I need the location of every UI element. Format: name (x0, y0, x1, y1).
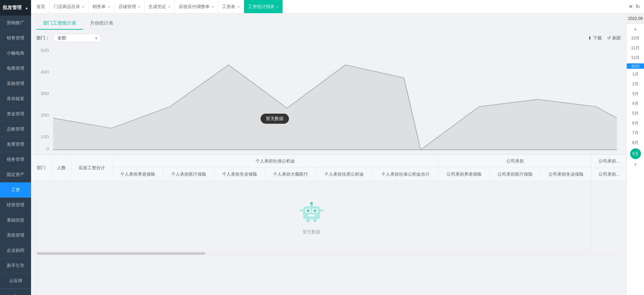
empty-text: 暂无数据 (303, 229, 320, 235)
tab-close-icon[interactable]: × (237, 5, 239, 9)
h-scrollbar-thumb[interactable] (36, 252, 205, 255)
content-wrapper: 部门工资统计表月份统计表 部门： 全部 ⬇ 下载 ↺ 刷 (31, 13, 644, 295)
timeline-month-4月[interactable]: 4月 (627, 99, 644, 109)
empty-state: 暂无数据 (35, 184, 587, 248)
tab-生成凭证[interactable]: 生成凭证× (144, 0, 175, 13)
sidebar-item-销售管理[interactable]: 销售管理 (0, 31, 31, 46)
svg-text:500: 500 (41, 48, 49, 53)
tabs-container: 首页门店商品目录×销售单×店铺管理×生成凭证×应收应付调整单×工资表×工资统计报… (32, 0, 283, 13)
settings-icon: ⚙ (14, 294, 18, 295)
download-button[interactable]: ⬇ 下载 (588, 35, 602, 41)
timeline-panel: 2022.09 ▲ 10月11月12月20221月2月3月4月5月6月7月8月9… (626, 13, 644, 295)
timeline-month-9月[interactable]: 9月 (630, 148, 641, 159)
timeline-up-arrow[interactable]: ▲ (633, 24, 638, 33)
timeline-items-container: 10月11月12月20221月2月3月4月5月6月7月8月9月 (627, 33, 644, 160)
th-personal-housing: 个人承担住房公积金 (316, 168, 372, 181)
refresh-tab-icon[interactable]: ↻ (636, 3, 640, 10)
main-content: 部门工资统计表月份统计表 部门： 全部 ⬇ 下载 ↺ 刷 (31, 13, 626, 295)
tab-工资统计报表[interactable]: 工资统计报表× (244, 0, 283, 13)
tab-close-icon[interactable]: × (276, 5, 278, 9)
timeline-month-6月[interactable]: 6月 (627, 118, 644, 128)
sidebar-item-库存核算[interactable]: 库存核算 (0, 91, 31, 107)
sidebar-item-经营管理[interactable]: 经营管理 (0, 198, 31, 213)
tab-close-icon[interactable]: × (212, 5, 214, 9)
tab-close-icon[interactable]: × (108, 5, 110, 9)
toolbar-right: ⬇ 下载 ↺ 刷新 (588, 35, 621, 41)
svg-rect-18 (308, 214, 315, 216)
sidebar-item-云应用[interactable]: 云应用 (0, 273, 31, 289)
sidebar-item-企业协同[interactable]: 企业协同 (0, 243, 31, 258)
timeline-month-7月[interactable]: 7月 (627, 128, 644, 138)
sub-tab-月份统计表[interactable]: 月份统计表 (83, 18, 120, 30)
sidebar-header[interactable]: 批发管理 ▲ (0, 0, 31, 16)
svg-rect-22 (320, 210, 323, 211)
timeline-month-10月[interactable]: 10月 (627, 33, 644, 43)
th-personal-total: 个人承担社保公积金合计 (372, 168, 439, 181)
sidebar-item-发票管理[interactable]: 发票管理 (0, 137, 31, 152)
sidebar-item-资金管理[interactable]: 资金管理 (0, 107, 31, 122)
th-total-salary: 应发工资合计 (72, 155, 112, 181)
timeline-month-1月[interactable]: 1月 (627, 69, 644, 79)
tab-close-icon[interactable]: × (138, 5, 140, 9)
sidebar-collapse-icon: ▲ (25, 6, 28, 10)
tab-close-icon[interactable]: × (168, 5, 170, 9)
dept-label: 部门： (36, 35, 50, 41)
sidebar-item-系统管理[interactable]: 系统管理 (0, 228, 31, 243)
timeline-month-8月[interactable]: 8月 (627, 138, 644, 148)
refresh-label: 刷新 (612, 35, 621, 41)
tab-销售单[interactable]: 销售单× (88, 0, 114, 13)
svg-point-20 (310, 202, 313, 205)
sidebar-item-总账管理[interactable]: 总账管理 (0, 122, 31, 137)
timeline-year-2022: 2022 (627, 63, 644, 69)
sidebar-item-新手引导[interactable]: 新手引导 (0, 258, 31, 273)
sidebar-title: 批发管理 (3, 5, 22, 11)
svg-text:300: 300 (41, 91, 49, 96)
sidebar-item-固定资产[interactable]: 固定资产 (0, 167, 31, 182)
tab-close-icon[interactable]: × (82, 5, 84, 9)
timeline-down-arrow[interactable]: ▼ (633, 160, 638, 169)
th-company-more: 公司承担... (592, 168, 626, 181)
svg-rect-21 (300, 210, 303, 211)
table-container[interactable]: 部门 人数 应发工资合计 个人承担社保公积金 公司承担 公司承担... 个人承担… (31, 154, 626, 295)
timeline-month-11月[interactable]: 11月 (627, 43, 644, 53)
sidebar-item-小畅电商[interactable]: 小畅电商 (0, 46, 31, 61)
svg-rect-24 (313, 219, 317, 222)
sidebar-item-采购管理[interactable]: 采购管理 (0, 76, 31, 91)
sidebar: 批发管理 ▲ 营销推广销售管理小畅电商电商管理采购管理库存核算资金管理总账管理发… (0, 0, 31, 295)
th-company-medical: 公司承担医疗保险 (489, 168, 540, 181)
sidebar-item-税务管理[interactable]: 税务管理 (0, 152, 31, 167)
dept-select[interactable]: 全部 (54, 34, 101, 42)
timeline-month-3月[interactable]: 3月 (627, 89, 644, 99)
sidebar-item-基础信息[interactable]: 基础信息 (0, 213, 31, 228)
timeline-month-2月[interactable]: 2月 (627, 79, 644, 89)
th-company-insurance-group: 公司承担 (438, 155, 591, 168)
tabs-bar-end: ✕ ↻ (626, 3, 643, 10)
timeline-month-5月[interactable]: 5月 (627, 109, 644, 118)
th-extra: 公司承担... (592, 155, 626, 168)
refresh-button[interactable]: ↺ 刷新 (607, 35, 621, 41)
tab-首页[interactable]: 首页 (32, 0, 50, 13)
h-scrollbar[interactable] (36, 252, 621, 255)
data-table: 部门 人数 应发工资合计 个人承担社保公积金 公司承担 公司承担... 个人承担… (31, 154, 626, 252)
sidebar-item-工资[interactable]: 工资 (0, 182, 31, 198)
download-icon: ⬇ (588, 35, 592, 40)
sub-tabs-container: 部门工资统计表月份统计表 (36, 18, 120, 29)
close-all-icon[interactable]: ✕ (628, 3, 633, 10)
svg-text:400: 400 (41, 69, 49, 75)
tab-店铺管理[interactable]: 店铺管理× (114, 0, 144, 13)
sub-tab-部门工资统计表[interactable]: 部门工资统计表 (36, 18, 83, 30)
svg-point-16 (307, 209, 310, 212)
sidebar-settings-button[interactable]: ⚙ (0, 289, 31, 295)
dept-select-wrapper: 全部 (54, 34, 101, 42)
main-area: 首页门店商品目录×销售单×店铺管理×生成凭证×应收应付调整单×工资表×工资统计报… (31, 0, 644, 295)
tab-工资表[interactable]: 工资表× (218, 0, 244, 13)
th-personal-pension: 个人承担养老保险 (112, 168, 163, 181)
tab-应收应付调整单[interactable]: 应收应付调整单× (175, 0, 218, 13)
svg-marker-12 (53, 65, 617, 150)
timeline-month-12月[interactable]: 12月 (627, 53, 644, 63)
tab-门店商品目录[interactable]: 门店商品目录× (50, 0, 88, 13)
timeline-top-label: 2022.09 (627, 13, 644, 24)
th-personal-unemployment: 个人承担失业保险 (214, 168, 265, 181)
sidebar-item-电商管理[interactable]: 电商管理 (0, 61, 31, 76)
sidebar-item-营销推广[interactable]: 营销推广 (0, 16, 31, 31)
